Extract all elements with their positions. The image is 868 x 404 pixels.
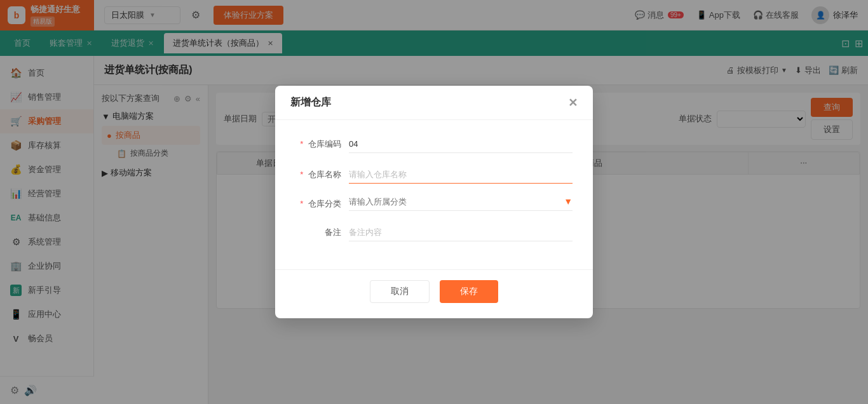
cancel-button[interactable]: 取消	[370, 280, 430, 303]
modal-close-button[interactable]: ✕	[568, 97, 578, 109]
modal-header: 新增仓库 ✕	[275, 86, 593, 120]
form-row-note: * 备注	[295, 224, 573, 241]
save-button[interactable]: 保存	[440, 280, 498, 303]
code-label: * 仓库编码	[295, 138, 341, 150]
modal-title: 新增仓库	[290, 96, 331, 109]
form-row-code: * 仓库编码	[295, 135, 573, 153]
modal-footer: 取消 保存	[275, 269, 593, 318]
form-row-category: * 仓库分类 ▼	[295, 196, 573, 211]
category-dropdown-icon[interactable]: ▼	[564, 196, 573, 206]
form-row-name: * 仓库名称	[295, 166, 573, 184]
add-warehouse-modal: 新增仓库 ✕ * 仓库编码 * 仓库名称	[275, 86, 593, 318]
code-input[interactable]	[349, 135, 573, 153]
note-label: * 备注	[295, 227, 341, 238]
modal-body: * 仓库编码 * 仓库名称 * 仓库分类	[275, 120, 593, 269]
category-select-row: ▼	[349, 196, 573, 211]
name-input[interactable]	[349, 166, 573, 184]
modal-overlay: 新增仓库 ✕ * 仓库编码 * 仓库名称	[0, 0, 868, 404]
name-label: * 仓库名称	[295, 169, 341, 180]
note-input[interactable]	[349, 224, 573, 241]
category-input[interactable]	[349, 197, 564, 206]
category-label: * 仓库分类	[295, 198, 341, 210]
